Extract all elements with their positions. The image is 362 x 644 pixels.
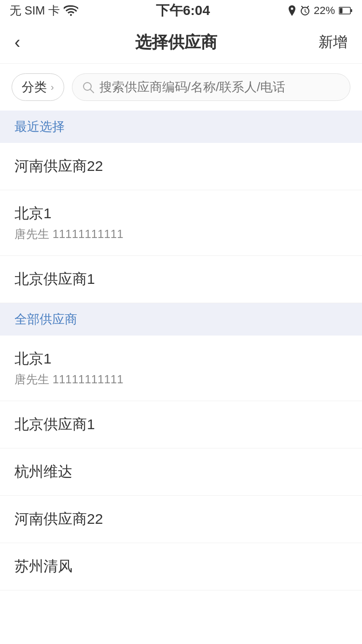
- svg-rect-2: [350, 9, 352, 12]
- list-item[interactable]: 河南供应商22: [0, 496, 362, 543]
- item-name: 苏州清风: [14, 557, 348, 576]
- list-item[interactable]: 北京供应商1: [0, 401, 362, 448]
- list-item[interactable]: 杭州维达: [0, 448, 362, 496]
- nav-bar: ‹ 选择供应商 新增: [0, 21, 362, 64]
- add-button[interactable]: 新增: [309, 32, 348, 52]
- back-button[interactable]: ‹: [14, 32, 43, 53]
- svg-line-5: [90, 89, 94, 93]
- chevron-right-icon: ›: [51, 82, 54, 93]
- item-name: 北京供应商1: [14, 415, 348, 434]
- item-name: 北京1: [14, 349, 348, 369]
- item-name: 河南供应商22: [14, 156, 348, 176]
- battery-text: 22%: [314, 4, 335, 17]
- battery-icon: [339, 7, 352, 14]
- svg-rect-3: [339, 8, 342, 14]
- location-icon: [288, 5, 296, 16]
- item-name: 河南供应商22: [14, 509, 348, 529]
- search-box[interactable]: [72, 73, 350, 101]
- category-button[interactable]: 分类 ›: [12, 73, 64, 101]
- list-item[interactable]: 河南供应商22: [0, 143, 362, 190]
- list-item[interactable]: 北京供应商1: [0, 256, 362, 303]
- search-icon: [82, 81, 95, 94]
- item-name: 杭州维达: [14, 462, 348, 482]
- alarm-icon: [300, 5, 310, 16]
- filter-row: 分类 ›: [0, 64, 362, 111]
- search-input[interactable]: [99, 80, 340, 95]
- recent-section-title: 最近选择: [14, 119, 65, 134]
- item-sub: 唐先生 11111111111: [14, 372, 348, 387]
- list-item[interactable]: 北京1唐先生 11111111111: [0, 190, 362, 256]
- category-label: 分类: [22, 79, 47, 96]
- item-sub: 唐先生 11111111111: [14, 226, 348, 242]
- wifi-icon: [64, 5, 78, 16]
- status-time: 下午6:04: [156, 1, 210, 20]
- recent-section-header: 最近选择: [0, 111, 362, 143]
- status-right: 22%: [288, 4, 352, 17]
- no-sim-text: 无 SIM 卡: [10, 3, 60, 18]
- item-name: 北京1: [14, 204, 348, 224]
- all-section-title: 全部供应商: [14, 312, 77, 326]
- all-section-header: 全部供应商: [0, 303, 362, 336]
- all-list: 北京1唐先生 11111111111北京供应商1杭州维达河南供应商22苏州清风: [0, 336, 362, 590]
- status-bar: 无 SIM 卡 下午6:04 22%: [0, 0, 362, 21]
- list-item[interactable]: 北京1唐先生 11111111111: [0, 336, 362, 401]
- status-left: 无 SIM 卡: [10, 3, 78, 18]
- item-name: 北京供应商1: [14, 269, 348, 289]
- list-item[interactable]: 苏州清风: [0, 543, 362, 590]
- page-title: 选择供应商: [135, 31, 217, 54]
- recent-list: 河南供应商22北京1唐先生 11111111111北京供应商1: [0, 143, 362, 303]
